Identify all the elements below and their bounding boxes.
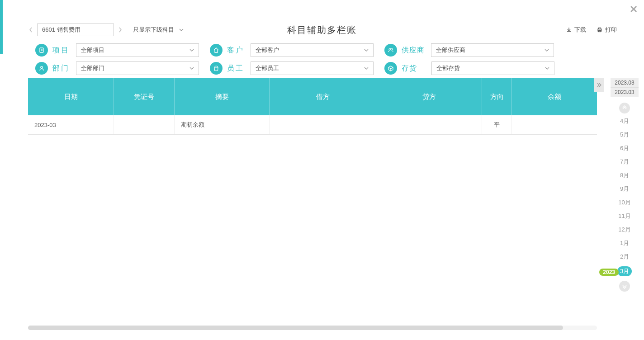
level-filter-select[interactable]: 只显示下级科目	[133, 26, 184, 34]
person-icon	[35, 62, 48, 75]
month-10[interactable]: 10月	[616, 198, 633, 207]
cell-summary: 期初余额	[175, 115, 270, 134]
box-icon	[384, 62, 397, 75]
chevron-down-icon	[545, 49, 549, 52]
th-voucher: 凭证号	[114, 78, 175, 115]
svg-point-7	[391, 48, 393, 50]
month-6[interactable]: 6月	[618, 144, 631, 152]
filter-panel: 项目 全部项目 客户 全部客户 供应商 全部供应商	[35, 43, 617, 80]
employee-label: 员工	[227, 64, 244, 73]
page-title: 科目辅助多栏账	[287, 24, 357, 36]
inventory-select[interactable]: 全部存货	[431, 61, 554, 75]
table-row[interactable]: 2023-03 期初余额 平	[28, 115, 597, 134]
employee-value: 全部员工	[256, 64, 279, 72]
project-label: 项目	[52, 46, 70, 55]
cell-voucher	[114, 115, 175, 134]
th-debit: 借方	[270, 78, 376, 115]
month-11[interactable]: 11月	[616, 212, 633, 220]
cell-date: 2023-03	[28, 115, 114, 134]
cell-credit	[376, 115, 482, 134]
close-button[interactable]: ✕	[630, 4, 638, 15]
bag-icon	[210, 62, 223, 75]
month-4[interactable]: 4月	[618, 117, 631, 125]
customer-select[interactable]: 全部客户	[251, 43, 374, 57]
scrollbar-thumb[interactable]	[28, 326, 563, 330]
download-button[interactable]: 下载	[565, 26, 586, 34]
department-label: 部门	[52, 64, 70, 73]
scroll-down-button[interactable]	[619, 281, 630, 292]
th-balance: 余额	[512, 78, 597, 115]
chevron-down-icon	[364, 49, 369, 52]
horizontal-scrollbar[interactable]	[28, 326, 597, 330]
print-icon	[596, 27, 603, 33]
month-1[interactable]: 1月	[618, 239, 631, 247]
department-select[interactable]: 全部部门	[76, 61, 199, 75]
svg-point-8	[41, 66, 43, 68]
download-label: 下载	[574, 26, 586, 34]
scroll-up-button[interactable]	[619, 103, 630, 113]
month-9[interactable]: 9月	[618, 185, 631, 193]
project-select[interactable]: 全部项目	[76, 43, 199, 57]
print-button[interactable]: 打印	[596, 26, 617, 34]
cell-balance	[512, 115, 597, 134]
month-3-active[interactable]: 3月	[617, 266, 632, 276]
th-credit: 贷方	[376, 78, 482, 115]
cell-direction: 平	[482, 115, 512, 134]
month-8[interactable]: 8月	[618, 171, 631, 179]
th-summary: 摘要	[175, 78, 270, 115]
chevron-down-icon	[189, 49, 194, 52]
customer-label: 客户	[227, 46, 244, 55]
th-date: 日期	[28, 78, 114, 115]
users-icon	[384, 44, 397, 57]
print-label: 打印	[605, 26, 617, 34]
data-table: 日期 凭证号 摘要 借方 贷方 方向 余额 2023-03 期初余额 平	[28, 78, 597, 135]
supplier-select[interactable]: 全部供应商	[431, 43, 554, 57]
top-toolbar: 6601 销售费用 只显示下级科目 科目辅助多栏账 下载 打印	[27, 22, 617, 38]
download-icon	[565, 27, 572, 33]
svg-rect-3	[40, 48, 43, 52]
cell-debit	[270, 115, 376, 134]
th-direction: 方向	[482, 78, 512, 115]
home-icon	[210, 44, 223, 57]
inventory-value: 全部存货	[436, 64, 460, 72]
month-5[interactable]: 5月	[618, 131, 631, 139]
next-account-icon[interactable]	[117, 26, 124, 33]
table-header-row: 日期 凭证号 摘要 借方 贷方 方向 余额	[28, 78, 597, 115]
month-2[interactable]: 2月	[618, 253, 631, 261]
project-value: 全部项目	[81, 46, 104, 54]
clipboard-icon	[35, 44, 48, 57]
period-start[interactable]: 2023.03	[611, 78, 639, 88]
supplier-label: 供应商	[402, 46, 425, 55]
month-12[interactable]: 12月	[616, 226, 633, 234]
chevron-down-icon	[189, 67, 194, 70]
level-filter-label: 只显示下级科目	[133, 26, 174, 34]
customer-value: 全部客户	[256, 46, 279, 54]
prev-account-icon[interactable]	[27, 26, 34, 33]
employee-select[interactable]: 全部员工	[251, 61, 374, 75]
year-badge[interactable]: 2023	[599, 269, 619, 276]
chevron-down-icon	[364, 67, 369, 70]
chevron-down-icon	[179, 28, 184, 32]
svg-rect-1	[598, 28, 601, 29]
period-side-panel: 2023.03 2023.03 4月 5月 6月 7月 8月 9月 10月 11…	[611, 78, 639, 295]
month-7[interactable]: 7月	[618, 158, 631, 166]
month-list: 4月 5月 6月 7月 8月 9月 10月 11月 12月 1月 2月 3月	[616, 117, 633, 276]
period-end[interactable]: 2023.03	[611, 88, 639, 97]
expand-columns-button[interactable]	[594, 78, 604, 92]
department-value: 全部部门	[81, 64, 104, 72]
inventory-label: 存货	[402, 64, 425, 73]
account-selector[interactable]: 6601 销售费用	[37, 24, 114, 36]
supplier-value: 全部供应商	[436, 46, 465, 54]
left-accent-bar	[0, 0, 3, 54]
chevron-down-icon	[545, 67, 549, 70]
